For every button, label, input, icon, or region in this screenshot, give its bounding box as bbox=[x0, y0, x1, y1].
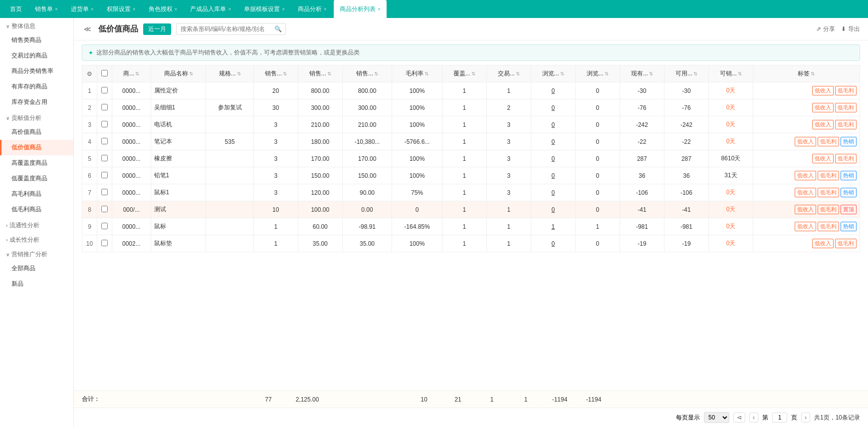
row-checkbox[interactable] bbox=[101, 172, 108, 178]
row-checkbox-cell[interactable] bbox=[97, 150, 112, 167]
sort-icon[interactable]: ⇅ bbox=[237, 71, 241, 76]
row-checkbox-cell[interactable] bbox=[97, 82, 112, 99]
col-gross-rate[interactable]: 毛利率⇅ bbox=[392, 65, 442, 82]
sidebar-item-stock-goods[interactable]: 有库存的商品 bbox=[0, 79, 73, 94]
col-spec[interactable]: 规格...⇅ bbox=[206, 65, 253, 82]
nav-purchase[interactable]: 进货单 × bbox=[65, 0, 100, 18]
sidebar-item-low-value[interactable]: 低价值商品 bbox=[0, 140, 73, 155]
sort-icon[interactable]: ⇅ bbox=[560, 71, 564, 76]
sort-icon[interactable]: ⇅ bbox=[811, 71, 815, 76]
prev-page-button[interactable]: ‹ bbox=[749, 413, 758, 423]
row-checkbox[interactable] bbox=[101, 155, 108, 161]
col-trans[interactable]: 交易...⇅ bbox=[486, 65, 531, 82]
close-icon[interactable]: × bbox=[378, 6, 381, 12]
row-checkbox[interactable] bbox=[101, 223, 108, 229]
row-checkbox-cell[interactable] bbox=[97, 99, 112, 116]
col-sales-amt[interactable]: 销售...⇅ bbox=[298, 65, 342, 82]
browse1-link[interactable]: 0 bbox=[552, 206, 555, 213]
share-button[interactable]: ⇗ 分享 bbox=[816, 25, 835, 33]
col-browse2[interactable]: 浏览...⇅ bbox=[575, 65, 620, 82]
col-stock-sell[interactable]: 可销...⇅ bbox=[708, 65, 753, 82]
row-checkbox-cell[interactable] bbox=[97, 116, 112, 133]
col-browse1[interactable]: 浏览...⇅ bbox=[531, 65, 575, 82]
browse1-link[interactable]: 0 bbox=[552, 104, 555, 111]
nav-permission[interactable]: 权限设置 × bbox=[101, 0, 142, 18]
row-browse1[interactable]: 0 bbox=[531, 184, 575, 201]
col-code[interactable]: 商...⇅ bbox=[112, 65, 151, 82]
row-checkbox-cell[interactable] bbox=[97, 235, 112, 252]
browse1-link[interactable]: 0 bbox=[552, 87, 555, 94]
search-icon[interactable]: 🔍 bbox=[274, 25, 282, 32]
nav-sales[interactable]: 销售单 × bbox=[29, 0, 64, 18]
close-icon[interactable]: × bbox=[133, 6, 136, 12]
close-icon[interactable]: × bbox=[282, 6, 285, 12]
page-number-input[interactable] bbox=[772, 413, 787, 423]
col-check[interactable] bbox=[97, 65, 112, 82]
sidebar-item-all-goods[interactable]: 全部商品 bbox=[0, 261, 73, 276]
row-browse1[interactable]: 0 bbox=[531, 133, 575, 150]
select-all-checkbox[interactable] bbox=[101, 70, 108, 76]
row-browse1[interactable]: 1 bbox=[531, 218, 575, 235]
close-icon[interactable]: × bbox=[91, 6, 94, 12]
close-icon[interactable]: × bbox=[175, 6, 178, 12]
sidebar-item-traded-goods[interactable]: 交易过的商品 bbox=[0, 48, 73, 63]
sidebar-group-marketing[interactable]: ∨ 营销推广分析 bbox=[0, 246, 73, 261]
col-tags[interactable]: 标签⇅ bbox=[753, 65, 860, 82]
sidebar-group-overall[interactable]: ∨ 整体信息 bbox=[0, 18, 73, 32]
col-stock-avail[interactable]: 可用...⇅ bbox=[664, 65, 708, 82]
sort-icon[interactable]: ⇅ bbox=[374, 71, 378, 76]
row-checkbox-cell[interactable] bbox=[97, 218, 112, 235]
row-browse1[interactable]: 0 bbox=[531, 82, 575, 99]
row-browse1[interactable]: 0 bbox=[531, 99, 575, 116]
row-checkbox-cell[interactable] bbox=[97, 133, 112, 150]
close-icon[interactable]: × bbox=[324, 6, 327, 12]
sidebar-group-growth[interactable]: › 成长性分析 bbox=[0, 232, 73, 246]
next-page-button[interactable]: › bbox=[801, 413, 810, 423]
browse1-link[interactable]: 0 bbox=[552, 172, 555, 179]
row-checkbox[interactable] bbox=[101, 240, 108, 246]
row-checkbox[interactable] bbox=[101, 189, 108, 195]
page-size-select[interactable]: 50 100 200 bbox=[704, 412, 729, 423]
row-checkbox[interactable] bbox=[101, 104, 108, 110]
row-browse1[interactable]: 0 bbox=[531, 116, 575, 133]
row-checkbox[interactable] bbox=[101, 121, 108, 127]
row-checkbox[interactable] bbox=[101, 87, 108, 93]
time-filter-button[interactable]: 近一月 bbox=[143, 23, 171, 35]
nav-analysis-list[interactable]: 商品分析列表 × bbox=[334, 0, 387, 18]
nav-home[interactable]: 首页 bbox=[4, 0, 28, 18]
sort-icon[interactable]: ⇅ bbox=[425, 71, 429, 76]
col-sales-avg[interactable]: 销售...⇅ bbox=[342, 65, 392, 82]
nav-template[interactable]: 单据模板设置 × bbox=[238, 0, 291, 18]
browse1-link[interactable]: 0 bbox=[552, 240, 555, 247]
sort-icon[interactable]: ⇅ bbox=[189, 71, 193, 76]
close-icon[interactable]: × bbox=[228, 6, 231, 12]
sort-icon[interactable]: ⇅ bbox=[649, 71, 653, 76]
sort-icon[interactable]: ⇅ bbox=[327, 71, 331, 76]
row-checkbox-cell[interactable] bbox=[97, 201, 112, 218]
nav-inventory[interactable]: 产成品入库单 × bbox=[184, 0, 237, 18]
col-stock-cur[interactable]: 现有...⇅ bbox=[620, 65, 664, 82]
browse1-link[interactable]: 1 bbox=[552, 223, 555, 230]
sidebar-item-new-goods[interactable]: 新品 bbox=[0, 276, 73, 292]
browse1-link[interactable]: 0 bbox=[552, 121, 555, 128]
col-coverage[interactable]: 覆盖...⇅ bbox=[442, 65, 486, 82]
sidebar-item-low-profit[interactable]: 低毛利商品 bbox=[0, 202, 73, 217]
col-sales-qty[interactable]: 销售...⇅ bbox=[253, 65, 298, 82]
export-button[interactable]: ⬇ 导出 bbox=[841, 25, 860, 33]
settings-icon[interactable]: ⚙ bbox=[87, 70, 92, 77]
sidebar-item-sales-goods[interactable]: 销售类商品 bbox=[0, 32, 73, 48]
row-browse1[interactable]: 0 bbox=[531, 235, 575, 252]
sort-icon[interactable]: ⇅ bbox=[516, 71, 520, 76]
sidebar-item-high-value[interactable]: 高价值商品 bbox=[0, 124, 73, 140]
col-name[interactable]: 商品名称⇅ bbox=[151, 65, 206, 82]
sort-icon[interactable]: ⇅ bbox=[135, 71, 139, 76]
sort-icon[interactable]: ⇅ bbox=[738, 71, 742, 76]
nav-analysis[interactable]: 商品分析 × bbox=[292, 0, 333, 18]
browse1-link[interactable]: 0 bbox=[552, 155, 555, 162]
col-gear[interactable]: ⚙ bbox=[82, 65, 97, 82]
sidebar-item-low-coverage[interactable]: 低覆盖度商品 bbox=[0, 171, 73, 186]
row-checkbox-cell[interactable] bbox=[97, 167, 112, 184]
sort-icon[interactable]: ⇅ bbox=[693, 71, 697, 76]
sidebar-item-stock-capital[interactable]: 库存资金占用 bbox=[0, 94, 73, 110]
first-page-button[interactable]: ⊲ bbox=[733, 413, 745, 423]
